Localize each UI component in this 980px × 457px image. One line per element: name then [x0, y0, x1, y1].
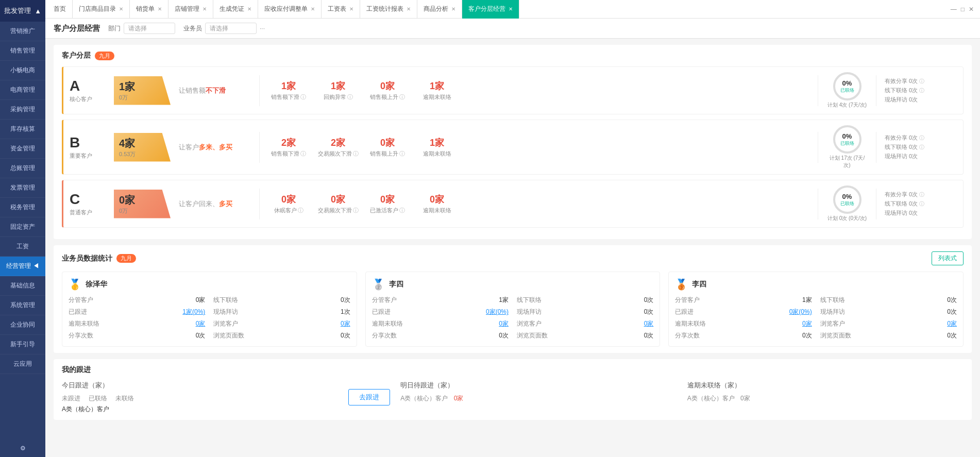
stat-a-3[interactable]: 0家 销售额上升 ⓘ: [367, 80, 408, 101]
tab-close-门店商品目录[interactable]: ✕: [119, 6, 123, 12]
sales-stat-row: 浏览页面数 0次: [517, 331, 653, 340]
sidebar-item-总账管理[interactable]: 总账管理: [0, 159, 45, 178]
salesperson-month: 九月: [116, 254, 136, 263]
tab-close-客户分层经营[interactable]: ✕: [509, 6, 513, 12]
tier-b-count[interactable]: 4家 0.53万: [114, 133, 171, 162]
tab-工资表[interactable]: 工资表 ✕: [322, 0, 360, 19]
window-max-icon[interactable]: □: [961, 6, 965, 13]
divider2: [818, 132, 818, 163]
list-view-button[interactable]: 列表式: [932, 251, 964, 265]
stat-c-4[interactable]: 0家 逾期未联络: [416, 193, 458, 214]
sidebar-item-税务管理[interactable]: 税务管理: [0, 198, 45, 217]
tab-生成凭证[interactable]: 生成凭证 ✕: [213, 0, 258, 19]
overdue-follow-label: 逾期未联络（家）: [687, 381, 964, 390]
tier-a-count[interactable]: 1家 0万: [114, 76, 171, 105]
sidebar-header[interactable]: 批发管理 ▲: [0, 0, 45, 22]
tab-商品分析[interactable]: 商品分析 ✕: [417, 0, 462, 19]
tab-close-应收应付调整单[interactable]: ✕: [311, 6, 315, 12]
tier-a-stats: 1家 销售额下滑 ⓘ 1家 回购异常 ⓘ 0家 销售额上升 ⓘ 1家 逾期未联络: [268, 80, 809, 101]
sidebar-item-基础信息[interactable]: 基础信息: [0, 276, 45, 296]
salesperson-filter-group: 业务员 请选择 ···: [183, 23, 265, 34]
sidebar-item-工资[interactable]: 工资: [0, 237, 45, 257]
filter-more-icon[interactable]: ···: [260, 25, 265, 32]
stat-a-1[interactable]: 1家 销售额下滑 ⓘ: [268, 80, 309, 101]
stat-b-1[interactable]: 2家 销售额下滑 ⓘ: [268, 137, 309, 158]
tab-应收应付调整单[interactable]: 应收应付调整单 ✕: [258, 0, 322, 19]
sales-grid: 🥇 徐泽华 分管客户 0家 线下联络 0次 已跟进: [62, 272, 964, 347]
tab-bar: 首页 门店商品目录 ✕ 销货单 ✕ 店铺管理 ✕ 生成凭证 ✕ 应收应付调整单 …: [45, 0, 980, 19]
customer-tier-month: 九月: [95, 52, 114, 60]
sidebar-item-采购管理[interactable]: 采购管理: [0, 100, 45, 120]
stat-c-3[interactable]: 0家 已激活客户 ⓘ: [367, 193, 408, 214]
stat-b-2[interactable]: 2家 交易频次下滑 ⓘ: [317, 137, 359, 158]
tomorrow-follow-col: 明日待跟进（家） A类（核心）客户 0家: [400, 381, 677, 403]
goto-follow-button[interactable]: 去跟进: [348, 389, 390, 405]
tier-b-slogan: 让客户多来、多买: [179, 143, 251, 152]
sidebar: 批发管理 ▲ 营销推广 销售管理 小畅电商 电商管理 采购管理 库存核算 资金管…: [0, 0, 45, 457]
sidebar-item-发票管理[interactable]: 发票管理: [0, 178, 45, 198]
tab-close-商品分析[interactable]: ✕: [451, 6, 455, 12]
stat-a-4[interactable]: 1家 逾期未联络: [416, 80, 458, 101]
today-follow-label: 今日跟进（家）: [62, 381, 338, 390]
tab-首页[interactable]: 首页: [47, 0, 73, 19]
sales-stat-row: 逾期未联络 0家: [69, 319, 205, 328]
sidebar-item-库存核算[interactable]: 库存核算: [0, 120, 45, 139]
tab-close-工资表[interactable]: ✕: [349, 6, 353, 12]
dept-label: 部门: [108, 24, 121, 33]
sidebar-collapse-icon[interactable]: ▲: [35, 7, 41, 15]
sales-stat-row: 分享次数 0次: [372, 331, 509, 340]
window-close-icon[interactable]: ✕: [969, 6, 974, 13]
sales-stat-row: 浏览客户 0家: [213, 319, 350, 328]
sidebar-settings[interactable]: ⚙: [0, 439, 45, 457]
stat-a-2[interactable]: 1家 回购异常 ⓘ: [317, 80, 359, 101]
sidebar-item-云应用[interactable]: 云应用: [0, 354, 45, 374]
tier-c-count[interactable]: 0家 0万: [114, 190, 171, 218]
tab-close-店铺管理[interactable]: ✕: [202, 6, 207, 12]
content-area: 客户分层 九月 A 核心客户 1家 0万 让销售额不下滑: [45, 39, 980, 457]
tab-店铺管理[interactable]: 店铺管理 ✕: [168, 0, 213, 19]
tier-a-right-stats: 有效分享 0次 ⓘ 线下联络 0次 ⓘ 现场拜访 0次: [885, 77, 957, 104]
sidebar-item-营销推广[interactable]: 营销推广: [0, 22, 45, 41]
tab-工资统计报表[interactable]: 工资统计报表 ✕: [360, 0, 417, 19]
tab-客户分层经营[interactable]: 客户分层经营 ✕: [462, 0, 519, 19]
sidebar-item-电商管理[interactable]: 电商管理: [0, 80, 45, 100]
overdue-follow-col: 逾期未联络（家） A类（核心）客户 0家: [687, 381, 964, 403]
tab-销货单[interactable]: 销货单 ✕: [130, 0, 168, 19]
page-title: 客户分层经营: [54, 24, 100, 33]
tab-close-工资统计报表[interactable]: ✕: [407, 6, 411, 12]
sales-card-2: 🥈 李四 分管客户 1家 线下联络 0次 已跟进: [365, 272, 661, 347]
tab-close-销货单[interactable]: ✕: [158, 6, 162, 12]
sidebar-item-系统管理[interactable]: 系统管理: [0, 296, 45, 315]
tier-c-stats: 0家 休眠客户 ⓘ 0家 交易频次下滑 ⓘ 0家 已激活客户 ⓘ 0家 逾期未联…: [268, 193, 809, 214]
sales-name-2: 李四: [389, 280, 403, 289]
tab-门店商品目录[interactable]: 门店商品目录 ✕: [73, 0, 130, 19]
stat-b-4[interactable]: 1家 逾期未联络: [416, 137, 458, 158]
stat-b-3[interactable]: 0家 销售额上升 ⓘ: [367, 137, 408, 158]
tier-c-right-stats: 有效分享 0次 ⓘ 线下联络 0次 ⓘ 现场拜访 0次: [885, 191, 957, 217]
stat-c-1[interactable]: 0家 休眠客户 ⓘ: [268, 193, 309, 214]
divider3: [876, 189, 876, 219]
sidebar-item-固定资产[interactable]: 固定资产: [0, 217, 45, 237]
customer-tier-title: 客户分层: [62, 51, 91, 60]
sales-stat-row: 现场拜访 0次: [820, 308, 957, 316]
dept-select[interactable]: 请选择: [124, 23, 175, 34]
salesperson-select[interactable]: 请选择: [205, 23, 257, 34]
stat-c-2[interactable]: 0家 交易频次下滑 ⓘ: [317, 193, 359, 214]
follow-header-未跟进: 未跟进: [62, 394, 80, 403]
tab-close-生成凭证[interactable]: ✕: [247, 6, 251, 12]
follow-header-已联络: 已联络: [89, 394, 107, 403]
sidebar-item-新手引导[interactable]: 新手引导: [0, 335, 45, 354]
sales-stat-row: 分管客户 1家: [372, 296, 509, 304]
sidebar-item-资金管理[interactable]: 资金管理: [0, 139, 45, 159]
sidebar-item-企业协同[interactable]: 企业协同: [0, 315, 45, 335]
sidebar-item-小畅电商[interactable]: 小畅电商: [0, 61, 45, 80]
sales-stat-row: 已跟进 0家(0%): [675, 308, 812, 316]
tier-row-a: A 核心客户 1家 0万 让销售额不下滑 1家 销售额下滑 ⓘ: [62, 66, 964, 114]
goto-follow-btn-col: 去跟进: [348, 381, 390, 405]
sidebar-item-经营管理[interactable]: 经营管理 ◀: [0, 257, 45, 276]
medal-3-icon: 🥉: [675, 278, 688, 291]
sidebar-item-销售管理[interactable]: 销售管理: [0, 41, 45, 61]
customer-tier-header: 客户分层 九月: [62, 51, 964, 60]
window-min-icon[interactable]: —: [951, 6, 957, 13]
follow-title: 我的跟进: [62, 365, 964, 375]
